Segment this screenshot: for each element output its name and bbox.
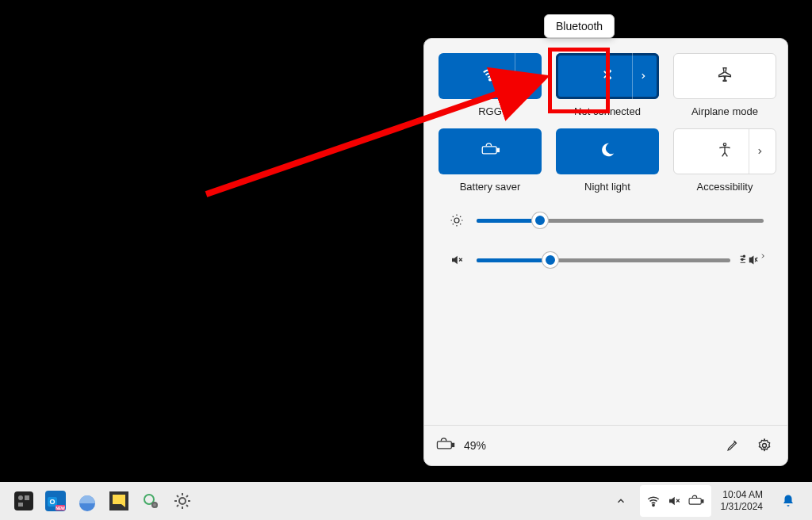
tray-volume-icon xyxy=(667,494,681,508)
sliders-section xyxy=(424,193,787,272)
wifi-expand[interactable] xyxy=(515,53,535,99)
taskbar-app-1[interactable] xyxy=(8,485,40,517)
accessibility-label: Accessibility xyxy=(697,181,753,193)
taskbar-tool-1[interactable] xyxy=(135,485,167,517)
panel-footer: 49% xyxy=(424,425,787,465)
svg-point-7 xyxy=(743,255,745,257)
system-tray: 10:04 AM 1/31/2024 xyxy=(605,485,804,517)
volume-mute-icon[interactable] xyxy=(448,253,465,267)
battery-saver-tile[interactable] xyxy=(439,128,542,174)
bluetooth-expand[interactable] xyxy=(632,53,653,99)
tray-time: 10:04 AM xyxy=(721,489,763,501)
svg-point-8 xyxy=(741,258,743,260)
svg-rect-16 xyxy=(18,503,23,507)
svg-point-5 xyxy=(723,143,726,146)
tray-network-volume-battery[interactable] xyxy=(640,485,711,517)
svg-rect-29 xyxy=(701,500,703,503)
tray-battery-icon xyxy=(688,495,705,507)
tray-clock[interactable]: 10:04 AM 1/31/2024 xyxy=(714,489,769,513)
tiles-grid: RGG Not connected Airplane mode xyxy=(424,39,787,193)
svg-point-6 xyxy=(454,218,459,223)
battery-saver-label: Battery saver xyxy=(460,181,521,193)
airplane-label: Airplane mode xyxy=(691,105,758,117)
night-light-icon xyxy=(599,141,616,162)
svg-point-26 xyxy=(179,498,186,504)
battery-percent: 49% xyxy=(464,439,486,452)
taskbar: ONEW 10:04 AM 1/31/2024 xyxy=(0,482,812,520)
brightness-slider[interactable] xyxy=(477,219,764,223)
svg-rect-10 xyxy=(452,443,454,446)
svg-text:NEW: NEW xyxy=(56,506,65,510)
tray-overflow[interactable] xyxy=(605,485,637,517)
tray-date: 1/31/2024 xyxy=(721,501,763,513)
night-light-tile[interactable] xyxy=(556,128,659,174)
accessibility-expand[interactable] xyxy=(749,129,769,174)
svg-rect-9 xyxy=(437,441,451,448)
svg-point-11 xyxy=(763,444,767,448)
airplane-tile[interactable] xyxy=(673,53,776,99)
svg-point-27 xyxy=(652,504,653,506)
taskbar-outlook[interactable]: ONEW xyxy=(40,485,71,517)
bluetooth-tile[interactable] xyxy=(556,53,659,99)
svg-point-0 xyxy=(489,78,491,80)
airplane-icon xyxy=(716,66,733,86)
svg-rect-13 xyxy=(14,491,33,510)
svg-point-3 xyxy=(604,145,606,147)
brightness-icon xyxy=(448,213,465,228)
night-light-label: Night light xyxy=(584,181,630,193)
wifi-label: RGG xyxy=(478,105,502,117)
wifi-tile[interactable] xyxy=(439,53,542,99)
taskbar-settings[interactable] xyxy=(167,485,198,517)
bluetooth-icon xyxy=(599,67,615,86)
quick-settings-panel: RGG Not connected Airplane mode xyxy=(423,38,788,466)
svg-rect-2 xyxy=(497,148,499,151)
svg-rect-28 xyxy=(689,499,701,505)
tray-wifi-icon xyxy=(646,494,661,508)
svg-point-4 xyxy=(603,147,603,148)
svg-point-14 xyxy=(18,495,23,500)
settings-button[interactable] xyxy=(753,434,776,457)
battery-saver-icon xyxy=(480,142,500,161)
taskbar-notes[interactable] xyxy=(103,485,135,517)
volume-output-icon[interactable] xyxy=(741,253,764,267)
volume-slider[interactable] xyxy=(477,258,730,262)
tray-notifications[interactable] xyxy=(772,485,804,517)
accessibility-tile[interactable] xyxy=(673,128,776,174)
svg-text:O: O xyxy=(49,498,55,506)
battery-status-icon[interactable] xyxy=(435,438,456,454)
accessibility-icon xyxy=(717,142,733,161)
edit-quick-settings-button[interactable] xyxy=(721,434,745,457)
taskbar-browser[interactable] xyxy=(71,485,103,517)
bluetooth-tooltip: Bluetooth xyxy=(544,14,615,38)
bluetooth-label: Not connected xyxy=(574,105,641,117)
svg-point-25 xyxy=(152,503,157,507)
wifi-icon xyxy=(481,66,499,86)
svg-rect-1 xyxy=(482,147,496,154)
svg-rect-15 xyxy=(25,495,29,500)
